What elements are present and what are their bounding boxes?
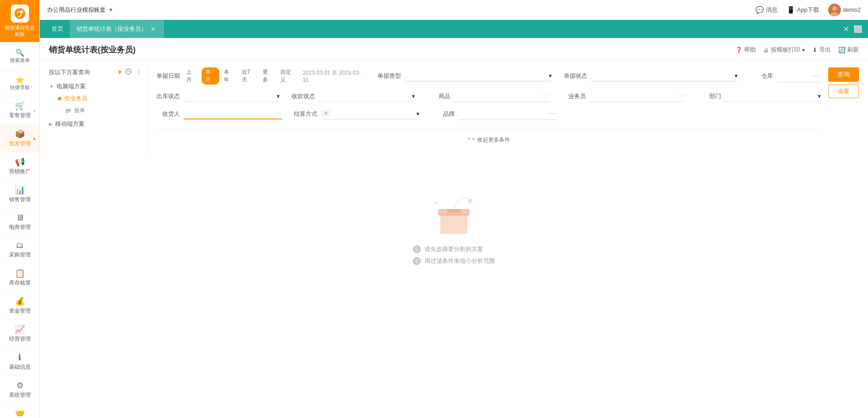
scheme-sub-item-by-order[interactable]: 按单 (49, 105, 141, 116)
receipt-status-label: 收款状态 (291, 92, 315, 100)
topbar-left: 办公用品行业模拟账套 ▾ (47, 6, 113, 14)
template-print-dropdown-icon: ▾ (802, 47, 805, 53)
sidebar-item-sales[interactable]: 📊 销售管理 (0, 180, 39, 209)
sidebar-logo[interactable]: 畅捷通好生意 标版 (0, 0, 39, 42)
refresh-btn[interactable]: 🔄 刷新 (838, 46, 859, 54)
scheme-item-by-salesman[interactable]: 按业务员 (49, 92, 141, 105)
sidebar-item-ecommerce[interactable]: 🖥 电商管理 (0, 209, 39, 236)
tip-num-2: 2 (413, 257, 421, 265)
export-btn[interactable]: ⬇ 导出 (812, 46, 831, 54)
doc-status-label: 单据状态 (563, 72, 587, 80)
sidebar-item-retail[interactable]: 🛒 零售管理 ▲ (0, 96, 39, 124)
operation-icon: 📈 (15, 324, 25, 334)
tab-maximize-btn[interactable]: ⬜ (854, 25, 863, 33)
app-download-btn[interactable]: 📱 App下载 (787, 6, 819, 14)
tab-home[interactable]: 首页 (45, 20, 70, 38)
sidebar-item-basic[interactable]: ℹ 基础信息 (0, 348, 39, 376)
collapse-more-btn[interactable]: ⌃⌃ 收起更多条件 (459, 133, 517, 147)
empty-tip-1: 1 请先选择要分析的方案 (413, 245, 495, 253)
doc-type-dropdown-icon: ▾ (549, 72, 552, 79)
system-icon: ⚙ (16, 380, 24, 390)
filter-area: 按以下方案查询 + 《 ▼ 电脑端方案 (40, 60, 868, 155)
consignee-label: 收货人 (156, 110, 180, 118)
goods-input[interactable]: ··· (454, 90, 550, 102)
date-filter: 上月 本月 本年 近7天 更多 自定义 2023-03-01 至 2023-03… (184, 67, 366, 85)
salesman-label: 业务员 (561, 92, 586, 100)
sidebar-item-marketing[interactable]: 📢 营销推广 (0, 152, 39, 180)
tabbar: 首页 销货单统计表（按业务员） ✕ ✕ ⬜ (40, 20, 868, 38)
quicknav-btn[interactable]: ⭐ 快捷导航 (2, 73, 38, 93)
filter-field-brand: 品牌 ··· (430, 108, 557, 120)
consignee-input[interactable]: ··· (184, 108, 282, 119)
tab-sales-stat[interactable]: 销货单统计表（按业务员） ✕ (70, 20, 164, 38)
date-tab-custom[interactable]: 自定义 (278, 67, 299, 85)
date-tab-thismonth[interactable]: 本月 (202, 67, 220, 85)
logo-text: 畅捷通好生意 标版 (3, 24, 37, 38)
enterprise-icon: 🤝 (15, 408, 25, 418)
doc-status-select[interactable]: ▾ (591, 71, 738, 81)
tab-close-btn[interactable]: ✕ (150, 25, 157, 33)
sidebar-search-section: 🔍 搜索菜单 (0, 42, 39, 71)
svg-rect-11 (66, 112, 69, 113)
svg-rect-12 (440, 214, 467, 234)
main-area: 办公用品行业模拟账套 ▾ 💬 消息 📱 App下载 de (40, 0, 868, 418)
filter-field-doc-type: 单据类型 ▾ (377, 71, 552, 81)
filter-rows: 单据日期 上月 本月 本年 近7天 更多 自定义 20 (156, 67, 821, 129)
doc-type-select[interactable]: ▾ (405, 71, 552, 81)
finance-icon: 💰 (15, 296, 25, 306)
query-btn[interactable]: 查询 (828, 67, 859, 82)
payment-select[interactable]: ✕ ▾ (321, 108, 420, 119)
topbar-dropdown-btn[interactable]: ▾ (109, 6, 113, 13)
svg-point-0 (14, 8, 25, 19)
salesman-input[interactable]: ··· (590, 90, 686, 102)
basic-icon: ℹ (18, 352, 21, 362)
date-tab-last7days[interactable]: 近7天 (239, 67, 258, 85)
date-tab-thisyear[interactable]: 本年 (221, 67, 237, 85)
topbar-right: 💬 消息 📱 App下载 demo2 (755, 4, 861, 16)
tab-close-window-btn[interactable]: ✕ (843, 25, 849, 33)
search-menu-btn[interactable]: 🔍 搜索菜单 (2, 46, 38, 66)
sidebar-item-purchase[interactable]: 🗂 采购管理 (0, 236, 39, 264)
sidebar-item-system[interactable]: ⚙ 系统管理 (0, 376, 39, 404)
help-btn[interactable]: ❓ 帮助 (735, 46, 756, 54)
payment-tag-close-btn[interactable]: ✕ (324, 110, 328, 117)
scheme-add-btn[interactable]: + (117, 67, 122, 77)
ecommerce-icon: 🖥 (16, 213, 24, 223)
purchase-icon: 🗂 (16, 241, 24, 250)
date-label: 单据日期 (156, 72, 180, 80)
out-status-dropdown-icon: ▾ (277, 93, 280, 100)
receipt-status-select[interactable]: ▾ (319, 91, 415, 102)
help-icon: ❓ (735, 47, 742, 53)
filter-field-payment: 结算方式 ✕ ▾ (293, 108, 420, 119)
sidebar-item-inventory[interactable]: 📋 库存核算 (0, 264, 39, 292)
action-buttons: 查询 设置 (828, 67, 859, 155)
warehouse-input[interactable]: ··· (777, 70, 821, 82)
dept-dropdown-icon: ▾ (818, 93, 821, 100)
message-btn[interactable]: 💬 消息 (755, 6, 778, 14)
scheme-collapse-btn[interactable]: 《 (135, 67, 141, 77)
inventory-icon: 📋 (15, 268, 25, 278)
brand-input[interactable]: ··· (458, 108, 557, 120)
settings-btn[interactable]: 设置 (828, 85, 859, 98)
receipt-status-dropdown-icon: ▾ (412, 93, 415, 100)
user-menu-btn[interactable]: demo2 (828, 4, 861, 16)
date-tab-more[interactable]: 更多 (260, 67, 276, 85)
marketing-icon: 📢 (15, 157, 25, 167)
svg-rect-14 (447, 209, 461, 213)
filter-field-doc-status: 单据状态 ▾ (563, 71, 738, 81)
sidebar-item-wholesale[interactable]: 📦 批发管理 ▲ (0, 124, 39, 152)
template-print-btn[interactable]: 🖨 按模板打印 ▾ (763, 46, 805, 54)
dept-select[interactable]: ▾ (725, 91, 821, 102)
sidebar-item-enterprise[interactable]: 🤝 企业协同 (0, 404, 39, 418)
out-status-select[interactable]: ▾ (184, 91, 280, 102)
sidebar-item-finance[interactable]: 💰 资金管理 (0, 292, 39, 320)
sidebar-item-operation[interactable]: 📈 经营管理 (0, 320, 39, 348)
scheme-group-mobile-header[interactable]: ▶ 移动端方案 (49, 118, 141, 130)
filter-field-date: 单据日期 上月 本月 本年 近7天 更多 自定义 20 (156, 67, 366, 85)
dept-label: 部门 (697, 92, 721, 100)
tabbar-right: ✕ ⬜ (843, 25, 863, 33)
scheme-group-desktop: ▼ 电脑端方案 按业务员 按单 (49, 81, 141, 116)
scheme-group-desktop-header[interactable]: ▼ 电脑端方案 (49, 81, 141, 92)
scheme-edit-btn[interactable] (125, 67, 132, 77)
date-tab-lastmonth[interactable]: 上月 (184, 67, 200, 85)
